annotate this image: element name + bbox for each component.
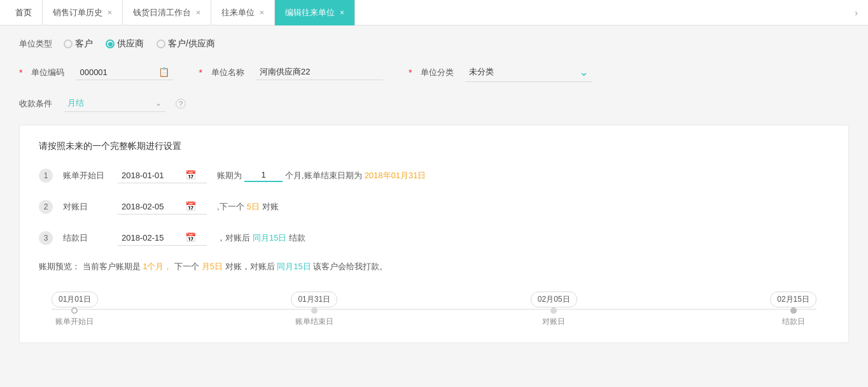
step-3-label: 结款日 bbox=[63, 232, 108, 244]
tabs-arrow[interactable]: › bbox=[850, 8, 863, 18]
step-3-calendar-icon[interactable]: 📅 bbox=[185, 232, 196, 243]
tab-sales-history-label: 销售订单历史 bbox=[53, 7, 102, 18]
tab-edit-partner[interactable]: 编辑往来单位 × bbox=[275, 0, 355, 25]
step-2-description: ,下一个 5日 对账 bbox=[217, 201, 279, 213]
payment-terms-row: 收款条件 月结 ⌄ ? bbox=[19, 95, 849, 112]
tab-cash-workbench-close[interactable]: × bbox=[196, 8, 200, 17]
step-1-end-date: 2018年01月31日 bbox=[365, 170, 426, 181]
unit-category-dropdown[interactable]: 未分类 ⌄ bbox=[465, 62, 592, 82]
payment-terms-value: 月结 bbox=[67, 97, 153, 109]
step-3-highlight: 同月15日 bbox=[253, 232, 286, 244]
unit-type-label: 单位类型 bbox=[19, 38, 52, 50]
step-1-date-field: 📅 bbox=[118, 167, 207, 183]
tl-dot-3 bbox=[790, 307, 797, 314]
unit-code-star: * bbox=[19, 67, 22, 78]
step-3-desc-suffix: 结款 bbox=[289, 232, 305, 244]
tl-dot-1 bbox=[311, 307, 318, 314]
tl-label-3: 结款日 bbox=[782, 316, 805, 327]
step-1-row: 1 账单开始日 📅 账期为 个月,账单结束日期为 2018年01月31日 bbox=[39, 167, 829, 183]
timeline-point-1: 01月31日 账单结束日 bbox=[291, 292, 337, 327]
tl-badge-0: 01月01日 bbox=[52, 292, 98, 307]
step-1-label: 账单开始日 bbox=[63, 170, 108, 181]
step-2-num: 2 bbox=[39, 200, 53, 214]
unit-category-arrow: ⌄ bbox=[579, 65, 589, 79]
tl-badge-2: 02月05日 bbox=[531, 292, 577, 307]
tab-partner-units[interactable]: 往来单位 × bbox=[211, 0, 275, 25]
step-1-date-input[interactable] bbox=[122, 171, 185, 180]
step-2-highlight: 5日 bbox=[247, 201, 260, 213]
inner-card: 请按照未来的一个完整帐期进行设置 1 账单开始日 📅 账期为 个月,账单结束日期… bbox=[19, 125, 849, 343]
card-instruction: 请按照未来的一个完整帐期进行设置 bbox=[39, 141, 829, 152]
tab-edit-partner-label: 编辑往来单位 bbox=[285, 7, 335, 18]
step-2-date-field: 📅 bbox=[118, 199, 207, 215]
preview-text2: 下一个 bbox=[174, 262, 199, 271]
tabs-bar: 首页 销售订单历史 × 钱货日清工作台 × 往来单位 × 编辑往来单位 × › bbox=[0, 0, 868, 25]
tab-cash-workbench-label: 钱货日清工作台 bbox=[133, 7, 191, 18]
radio-group-unit-type: 客户 供应商 客户/供应商 bbox=[64, 38, 215, 50]
step-3-desc-prefix: ，对账后 bbox=[217, 232, 250, 244]
step-3-num: 3 bbox=[39, 231, 53, 245]
step-1-description: 账期为 个月,账单结束日期为 2018年01月31日 bbox=[217, 169, 426, 182]
radio-supplier-label: 供应商 bbox=[117, 38, 144, 50]
unit-category-label: 单位分类 bbox=[421, 67, 454, 78]
timeline-point-2: 02月05日 对账日 bbox=[531, 292, 577, 327]
step-1-calendar-icon[interactable]: 📅 bbox=[185, 170, 196, 180]
radio-supplier[interactable]: 供应商 bbox=[106, 38, 144, 50]
tab-home-label: 首页 bbox=[15, 7, 32, 18]
preview-highlight3: 同月15日 bbox=[277, 262, 311, 271]
step-1-desc-prefix: 账期为 bbox=[217, 170, 242, 181]
preview-text4: 该客户会给我打款。 bbox=[313, 262, 388, 271]
step-2-row: 2 对账日 📅 ,下一个 5日 对账 bbox=[39, 199, 829, 215]
unit-code-label: 单位编码 bbox=[31, 67, 64, 78]
radio-both[interactable]: 客户/供应商 bbox=[157, 38, 215, 50]
step-3-date-input[interactable] bbox=[122, 233, 185, 243]
tl-dot-2 bbox=[550, 307, 557, 314]
tl-label-1: 账单结束日 bbox=[295, 316, 333, 327]
radio-customer-circle bbox=[64, 39, 73, 48]
unit-category-value: 未分类 bbox=[469, 66, 577, 78]
step-2-date-input[interactable] bbox=[122, 202, 185, 211]
radio-both-label: 客户/供应商 bbox=[168, 38, 215, 50]
unit-code-field: 📋 bbox=[76, 64, 173, 80]
unit-info-row: * 单位编码 📋 * 单位名称 * 单位分类 未分类 ⌄ bbox=[19, 62, 849, 82]
main-content: 单位类型 客户 供应商 客户/供应商 * 单位编码 📋 * 单位名称 * bbox=[0, 25, 868, 387]
unit-type-row: 单位类型 客户 供应商 客户/供应商 bbox=[19, 38, 849, 50]
radio-both-circle bbox=[157, 39, 165, 48]
payment-terms-help-icon[interactable]: ? bbox=[176, 99, 186, 109]
unit-code-icon[interactable]: 📋 bbox=[158, 67, 169, 77]
preview-text: 账期预览： 当前客户账期是 1个月， 下一个 月5日 对账，对账后 同月15日 … bbox=[39, 261, 829, 272]
radio-customer[interactable]: 客户 bbox=[64, 38, 93, 50]
step-2-calendar-icon[interactable]: 📅 bbox=[185, 201, 196, 211]
step-3-row: 3 结款日 📅 ，对账后 同月15日 结款 bbox=[39, 230, 829, 246]
payment-terms-arrow: ⌄ bbox=[155, 99, 162, 108]
unit-name-star: * bbox=[199, 67, 202, 78]
tab-sales-history-close[interactable]: × bbox=[108, 8, 112, 17]
step-2-label: 对账日 bbox=[63, 201, 108, 213]
step-3-description: ，对账后 同月15日 结款 bbox=[217, 232, 305, 244]
tab-cash-workbench[interactable]: 钱货日清工作台 × bbox=[123, 0, 211, 25]
tl-label-0: 账单开始日 bbox=[55, 316, 94, 327]
timeline: 01月01日 账单开始日 01月31日 账单结束日 02月05日 对账日 02月… bbox=[39, 292, 829, 327]
tl-badge-3: 02月15日 bbox=[770, 292, 816, 307]
step-1-period-unit: 个月,账单结束日期为 bbox=[285, 170, 362, 181]
tl-dot-0 bbox=[71, 307, 78, 314]
tab-home[interactable]: 首页 bbox=[5, 0, 43, 25]
unit-name-input[interactable] bbox=[256, 65, 383, 80]
timeline-points: 01月01日 账单开始日 01月31日 账单结束日 02月05日 对账日 02月… bbox=[52, 292, 816, 327]
unit-cat-star: * bbox=[409, 67, 412, 78]
step-2-desc-suffix: 对账 bbox=[262, 201, 279, 213]
preview-label: 账期预览： bbox=[39, 262, 80, 271]
step-2-desc-prefix: ,下一个 bbox=[217, 201, 244, 213]
step-1-num: 1 bbox=[39, 169, 53, 183]
unit-code-input[interactable] bbox=[80, 67, 156, 77]
payment-terms-label: 收款条件 bbox=[19, 98, 52, 109]
payment-terms-select[interactable]: 月结 ⌄ bbox=[64, 95, 165, 112]
tab-edit-partner-close[interactable]: × bbox=[340, 8, 344, 17]
tl-label-2: 对账日 bbox=[542, 316, 565, 327]
step-1-period-input[interactable] bbox=[244, 169, 283, 182]
unit-name-label: 单位名称 bbox=[211, 67, 244, 78]
preview-highlight2: 月5日 bbox=[202, 262, 223, 271]
preview-text3: 对账，对账后 bbox=[225, 262, 275, 271]
tab-sales-history[interactable]: 销售订单历史 × bbox=[43, 0, 123, 25]
tab-partner-units-close[interactable]: × bbox=[260, 8, 264, 17]
